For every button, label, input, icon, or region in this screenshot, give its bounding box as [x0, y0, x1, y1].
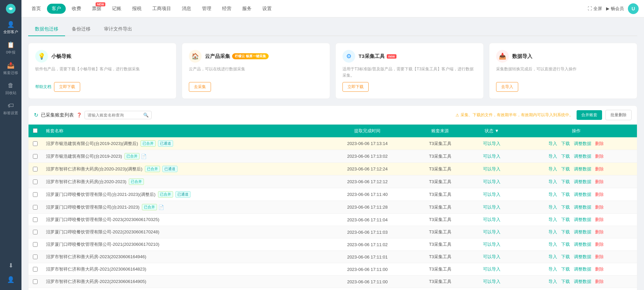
row-checkbox[interactable]	[33, 217, 38, 222]
import-action-btn[interactable]: 导入	[547, 279, 558, 285]
import-action-btn[interactable]: 导入	[547, 266, 558, 272]
delete-action-btn[interactable]: 删除	[594, 229, 605, 235]
nav-tax[interactable]: 报税	[127, 4, 146, 14]
sidebar-item-zero-report[interactable]: 📋 0申报	[0, 38, 21, 58]
adjust-action-btn[interactable]: 调整数据	[573, 166, 593, 172]
fullscreen-btn[interactable]: ⛶ 全屏	[588, 6, 602, 12]
nav-home[interactable]: 首页	[27, 4, 46, 14]
collect-btn[interactable]: 去采集	[189, 82, 211, 92]
delete-action-btn[interactable]: 删除	[594, 179, 605, 185]
delete-action-btn[interactable]: 删除	[594, 266, 605, 272]
import-action-btn[interactable]: 导入	[547, 229, 558, 235]
nav-business[interactable]: 工商项目	[148, 4, 176, 14]
download-action-btn[interactable]: 下载	[560, 217, 571, 223]
adjust-action-btn[interactable]: 调整数据	[573, 279, 593, 285]
delete-action-btn[interactable]: 删除	[594, 153, 605, 159]
row-checkbox[interactable]	[33, 255, 38, 259]
row-checkbox[interactable]	[33, 205, 38, 210]
import-action-btn[interactable]: 导入	[547, 153, 558, 159]
avatar[interactable]: U	[628, 3, 639, 14]
download-action-btn[interactable]: 下载	[560, 266, 571, 272]
sidebar-item-profile[interactable]: 👤	[0, 273, 21, 287]
sidebar-item-account-migrate[interactable]: 📤 账套迁移	[0, 58, 21, 79]
row-checkbox[interactable]	[33, 192, 38, 197]
row-checkbox[interactable]	[33, 154, 38, 159]
select-all-checkbox[interactable]	[33, 128, 38, 133]
app-logo[interactable]	[0, 0, 21, 17]
adjust-action-btn[interactable]: 调整数据	[573, 217, 593, 223]
nav-bills[interactable]: 票据 NEW	[87, 4, 106, 14]
delete-action-btn[interactable]: 删除	[594, 204, 605, 210]
nav-settings[interactable]: 设置	[258, 4, 276, 14]
nav-fees[interactable]: 收费	[67, 4, 86, 14]
nav-messages[interactable]: 消息	[177, 4, 196, 14]
adjust-action-btn[interactable]: 调整数据	[573, 192, 593, 198]
row-checkbox[interactable]	[33, 167, 38, 171]
download-action-btn[interactable]: 下载	[560, 229, 571, 235]
tab-audit-export[interactable]: 审计文件导出	[97, 23, 139, 36]
download-action-btn[interactable]: 下载	[560, 141, 571, 147]
download-action-btn[interactable]: 下载	[560, 166, 571, 172]
tab-backup-migrate[interactable]: 备份迁移	[65, 23, 97, 36]
row-checkbox[interactable]	[33, 242, 38, 247]
file-icon[interactable]: 📄	[141, 154, 147, 159]
nav-clients[interactable]: 客户	[47, 4, 66, 14]
import-action-btn[interactable]: 导入	[547, 254, 558, 260]
nav-bookkeeping[interactable]: 记账	[107, 4, 126, 14]
help-icon[interactable]: ❓	[76, 113, 82, 118]
nav-operation[interactable]: 经营	[217, 4, 236, 14]
delete-action-btn[interactable]: 删除	[594, 166, 605, 172]
download-action-btn[interactable]: 下载	[560, 179, 571, 185]
delete-action-btn[interactable]: 删除	[594, 241, 605, 247]
delete-action-btn[interactable]: 删除	[594, 192, 605, 198]
tab-data-migrate[interactable]: 数据包迁移	[28, 23, 65, 36]
delete-action-btn[interactable]: 删除	[594, 279, 605, 285]
nav-manage[interactable]: 管理	[197, 4, 216, 14]
download-action-btn[interactable]: 下载	[560, 254, 571, 260]
import-action-btn[interactable]: 导入	[547, 141, 558, 147]
import-action-btn[interactable]: 导入	[547, 192, 558, 198]
adjust-action-btn[interactable]: 调整数据	[573, 229, 593, 235]
delete-action-btn[interactable]: 删除	[594, 254, 605, 260]
delete-action-btn[interactable]: 删除	[594, 141, 605, 147]
row-checkbox[interactable]	[33, 141, 38, 146]
merge-btn[interactable]: 合并账套	[577, 110, 602, 120]
adjust-action-btn[interactable]: 调整数据	[573, 241, 593, 247]
help-doc-btn[interactable]: 帮助文档	[35, 84, 51, 90]
sidebar-item-tags[interactable]: 🏷 标签设置	[0, 99, 21, 119]
file-icon[interactable]: 📄	[158, 205, 164, 210]
adjust-action-btn[interactable]: 调整数据	[573, 141, 593, 147]
t3-download-btn[interactable]: 立即下载	[342, 82, 369, 92]
download-btn[interactable]: 立即下载	[54, 82, 80, 92]
adjust-action-btn[interactable]: 调整数据	[573, 254, 593, 260]
download-action-btn[interactable]: 下载	[560, 241, 571, 247]
adjust-action-btn[interactable]: 调整数据	[573, 153, 593, 159]
nav-service[interactable]: 服务	[237, 4, 256, 14]
adjust-action-btn[interactable]: 调整数据	[573, 204, 593, 210]
sidebar-item-recycle[interactable]: 🗑 回收站	[0, 79, 21, 99]
row-checkbox[interactable]	[33, 179, 38, 184]
search-input[interactable]	[88, 113, 141, 118]
import-action-btn[interactable]: 导入	[547, 179, 558, 185]
import-action-btn[interactable]: 导入	[547, 204, 558, 210]
download-action-btn[interactable]: 下载	[560, 153, 571, 159]
import-action-btn[interactable]: 导入	[547, 166, 558, 172]
import-action-btn[interactable]: 导入	[547, 241, 558, 247]
batch-delete-btn[interactable]: 批量删除	[605, 110, 632, 120]
delete-action-btn[interactable]: 删除	[594, 217, 605, 223]
import-btn[interactable]: 去导入	[496, 82, 518, 92]
sidebar-item-download[interactable]: ⬇	[0, 259, 21, 273]
search-icon[interactable]: 🔍	[143, 113, 149, 118]
sidebar-item-all-clients[interactable]: 👤 全部客户	[0, 17, 21, 38]
row-checkbox[interactable]	[33, 267, 38, 272]
row-checkbox[interactable]	[33, 230, 38, 234]
adjust-action-btn[interactable]: 调整数据	[573, 179, 593, 185]
vip-btn[interactable]: ▶ 畅会员	[606, 6, 624, 12]
download-action-btn[interactable]: 下载	[560, 279, 571, 285]
row-checkbox[interactable]	[33, 279, 38, 284]
import-action-btn[interactable]: 导入	[547, 217, 558, 223]
download-action-btn[interactable]: 下载	[560, 192, 571, 198]
adjust-action-btn[interactable]: 调整数据	[573, 266, 593, 272]
refresh-icon[interactable]: ↻	[34, 112, 38, 118]
download-action-btn[interactable]: 下载	[560, 204, 571, 210]
